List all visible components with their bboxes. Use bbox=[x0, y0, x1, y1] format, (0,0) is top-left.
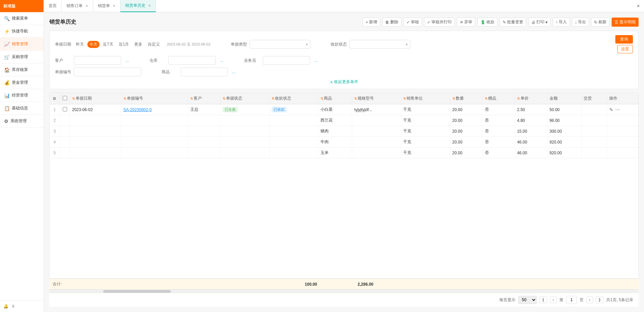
table-row: 3猪肉千克20.00否15.00300.00 bbox=[50, 126, 638, 137]
col-payment-status[interactable]: ⇅收款状态 bbox=[270, 93, 318, 104]
first-page-button[interactable]: ⟪ bbox=[539, 296, 547, 303]
salesperson-input[interactable] bbox=[263, 56, 310, 65]
warehouse-dots-button[interactable]: … bbox=[220, 58, 224, 63]
actions-cell: ✎⋯ bbox=[607, 104, 638, 115]
customer-input[interactable] bbox=[74, 56, 121, 65]
doc-date-cell bbox=[70, 148, 121, 158]
tab-home[interactable]: 首页 bbox=[44, 0, 62, 12]
price-cell: 4.80 bbox=[515, 115, 547, 126]
audit-button[interactable]: ✓ 审核 bbox=[403, 18, 422, 27]
next-page-button[interactable]: › bbox=[586, 296, 593, 303]
window-close-button[interactable]: ✕ bbox=[633, 4, 644, 8]
date-chip-today[interactable]: 今天 bbox=[87, 41, 100, 48]
prev-page-button[interactable]: ‹ bbox=[550, 296, 557, 303]
date-chip-more[interactable]: 更多 bbox=[132, 41, 144, 48]
warehouse-input[interactable] bbox=[168, 56, 216, 65]
sort-doc-status-icon: ⇅ bbox=[223, 97, 225, 100]
sidebar-item-inventory[interactable]: 🏠 库存核算 bbox=[0, 63, 44, 76]
horizontal-scrollbar[interactable] bbox=[49, 289, 639, 293]
col-settings[interactable]: ⚙ bbox=[50, 93, 60, 104]
salesperson-dots-button[interactable]: … bbox=[314, 58, 318, 63]
receive-button[interactable]: 💲 收款 bbox=[477, 18, 498, 27]
doc-date-cell bbox=[70, 137, 121, 148]
sidebar-item-sales-mgmt[interactable]: 📈 销售管理 bbox=[0, 38, 44, 51]
goods-input[interactable] bbox=[180, 68, 228, 76]
tab-sales-order[interactable]: 销售订单 ✕ bbox=[62, 0, 93, 12]
import-button[interactable]: ↑ 导入 bbox=[553, 18, 570, 27]
col-gift[interactable]: ⇅赠品 bbox=[482, 93, 515, 104]
filter-row-2: 客户 … 仓库 … 业务员 … bbox=[55, 56, 633, 65]
export-button[interactable]: ↓ 导出 bbox=[572, 18, 589, 27]
sidebar-item-search-menu[interactable]: 🔍 搜索菜单 bbox=[0, 12, 44, 25]
payment-status-select[interactable] bbox=[349, 40, 410, 49]
doc-type-select[interactable] bbox=[250, 40, 310, 49]
last-page-button[interactable]: ⟫ bbox=[596, 296, 604, 303]
total-amount: 2,286.00 bbox=[358, 282, 373, 287]
sort-qty-icon: ⇅ bbox=[452, 97, 455, 100]
query-button[interactable]: 查询 bbox=[615, 35, 633, 44]
scrollbar-thumb[interactable] bbox=[103, 290, 171, 293]
col-customer[interactable]: ⇅客户 bbox=[188, 93, 220, 104]
tab-sales-delivery[interactable]: 销货单 ✕ bbox=[93, 0, 120, 12]
col-spec[interactable]: ⇅规格型号 bbox=[352, 93, 401, 104]
table-header-row: ⚙ ⇅单据日期 ⇅单据编号 ⇅客户 ⇅单据状态 ⇅收款状态 ⇅商品 ⇅规格型号 … bbox=[50, 93, 638, 104]
col-goods[interactable]: ⇅商品 bbox=[318, 93, 352, 104]
more-action-icon[interactable]: ⋯ bbox=[615, 107, 620, 112]
tab-sales-order-close[interactable]: ✕ bbox=[85, 4, 88, 8]
sort-goods-icon: ⇅ bbox=[320, 97, 323, 100]
edit-action-icon[interactable]: ✎ bbox=[609, 107, 613, 112]
doc-no-input[interactable] bbox=[74, 68, 141, 76]
discard-button[interactable]: ✕ 弃审 bbox=[457, 18, 475, 27]
sidebar-item-ops-mgmt[interactable]: 📊 经营管理 bbox=[0, 89, 44, 102]
col-doc-no[interactable]: ⇅单据编号 bbox=[121, 93, 188, 104]
customer-dots-button[interactable]: … bbox=[125, 58, 129, 63]
refresh-button[interactable]: ↻ 刷新 bbox=[591, 18, 610, 27]
sidebar-item-fund-mgmt[interactable]: 💰 资金管理 bbox=[0, 76, 44, 89]
col-doc-status[interactable]: ⇅单据状态 bbox=[220, 93, 269, 104]
date-chip-custom[interactable]: 自定义 bbox=[146, 41, 162, 48]
sidebar-item-purchase-mgmt[interactable]: 🛒 采购管理 bbox=[0, 51, 44, 63]
gift-cell: 否 bbox=[482, 104, 515, 115]
tab-sales-history-close[interactable]: ✕ bbox=[148, 4, 151, 7]
salesperson-filter-group: 业务员 … bbox=[244, 56, 318, 65]
filter-settings-button[interactable]: 设置 bbox=[617, 45, 633, 53]
collapse-button[interactable]: ∧ 收起更多条件 bbox=[55, 79, 633, 85]
customer-label: 客户 bbox=[55, 58, 71, 63]
page-size-select[interactable]: 50 100 200 bbox=[518, 296, 537, 304]
page-number-input[interactable] bbox=[566, 296, 577, 304]
col-qty[interactable]: ⇅数量 bbox=[450, 93, 482, 104]
new-button[interactable]: + 新增 bbox=[363, 18, 380, 27]
row-checkbox[interactable] bbox=[63, 107, 67, 111]
sidebar-item-basic-info[interactable]: 📋 基础信息 bbox=[0, 102, 44, 115]
col-doc-date[interactable]: ⇅单据日期 bbox=[70, 93, 121, 104]
batch-change-button[interactable]: ✎ 批量变更 bbox=[500, 18, 526, 27]
date-chip-yesterday[interactable]: 昨天 bbox=[74, 41, 86, 48]
doc-no-link[interactable]: SA-20230602-0 bbox=[123, 107, 152, 112]
col-price[interactable]: ⇅单价 bbox=[515, 93, 547, 104]
print-button[interactable]: 🖨 打印 ▾ bbox=[528, 18, 551, 27]
sidebar-item-quick-nav[interactable]: ⚡ 快捷导航 bbox=[0, 25, 44, 38]
tab-sales-history[interactable]: 销货单历史 ✕ bbox=[120, 0, 156, 12]
goods-dots-button[interactable]: … bbox=[232, 70, 236, 74]
tab-sales-delivery-close[interactable]: ✕ bbox=[113, 4, 115, 8]
total-info: 共1页, 5条记录 bbox=[606, 297, 633, 303]
main-area: 首页 销售订单 ✕ 销货单 ✕ 销货单历史 ✕ ✕ 销货单历史 + 新增 bbox=[44, 0, 644, 312]
doc-no-cell bbox=[121, 137, 188, 148]
display-detail-button[interactable]: ☰ 显示明细 bbox=[612, 18, 639, 27]
select-all-checkbox[interactable] bbox=[63, 96, 67, 100]
sort-price-icon: ⇅ bbox=[517, 97, 520, 100]
payment-status-group: 收款状态 bbox=[331, 40, 410, 49]
goods-filter-group: 商品 … bbox=[162, 68, 236, 76]
action-icons: ✎⋯ bbox=[609, 107, 636, 112]
price-cell: 15.00 bbox=[515, 126, 547, 137]
query-area: 查询 设置 bbox=[615, 35, 633, 53]
delete-button[interactable]: 🗑 删除 bbox=[382, 18, 401, 27]
date-chip-1month[interactable]: 近1月 bbox=[117, 41, 131, 48]
col-unit[interactable]: ⇅销售单位 bbox=[401, 93, 450, 104]
date-chip-7days[interactable]: 近7天 bbox=[101, 41, 115, 48]
sidebar-footer-icon1[interactable]: 🔔 bbox=[3, 304, 8, 309]
sidebar-item-sys-mgmt[interactable]: ⚙ 系统管理 bbox=[0, 115, 44, 128]
sidebar-item-label: 系统管理 bbox=[10, 118, 27, 124]
audit-print-button[interactable]: ✓ 审核并打印 bbox=[424, 18, 455, 27]
sidebar-footer-icon2[interactable]: ⏸ bbox=[11, 304, 15, 309]
